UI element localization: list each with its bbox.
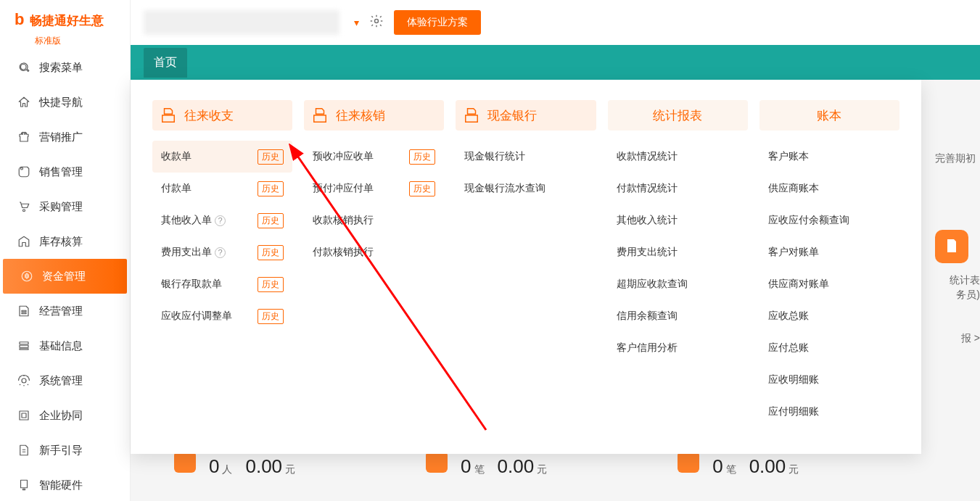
logo-text: 畅捷通好生意 xyxy=(30,12,104,29)
help-icon[interactable]: ? xyxy=(215,247,226,258)
menu-item[interactable]: 信用余额查询 xyxy=(608,300,748,332)
history-badge[interactable]: 历史 xyxy=(409,149,435,165)
menu-item-label: 银行存取款单 xyxy=(161,278,258,291)
menu-item[interactable]: 其他收入统计 xyxy=(608,204,748,236)
sidebar-item-guide[interactable]: 新手引导 xyxy=(0,433,130,468)
history-badge[interactable]: 历史 xyxy=(258,245,284,260)
column-title: 往来收支 xyxy=(184,107,234,124)
menu-item[interactable]: 应收总账 xyxy=(759,300,899,332)
menu-item[interactable]: 应收应付调整单历史 xyxy=(152,300,292,332)
menu-item-label: 应付总账 xyxy=(768,341,891,355)
column-header: 现金银行 xyxy=(456,100,596,131)
sidebar-item-gift[interactable]: 营销推广 xyxy=(0,120,130,154)
menu-item-label: 客户对账单 xyxy=(768,246,891,259)
history-badge[interactable]: 历史 xyxy=(258,309,284,324)
stat-money: 0.00 xyxy=(749,455,786,478)
mega-column: 现金银行现金银行统计现金银行流水查询 xyxy=(456,100,596,428)
sidebar-item-search[interactable]: 搜索菜单 xyxy=(0,50,130,85)
menu-item[interactable]: 收款单历史 xyxy=(152,141,292,173)
menu-item[interactable]: 超期应收款查询 xyxy=(608,268,748,300)
money-icon xyxy=(20,270,33,283)
gear-icon[interactable] xyxy=(369,14,384,31)
menu-item[interactable]: 应收明细账 xyxy=(759,364,899,396)
history-badge[interactable]: 历史 xyxy=(258,149,284,165)
sidebar-item-report[interactable]: 经营管理 xyxy=(0,294,130,328)
stats-row: 0人0.00元0笔0.00元0笔0.00元 xyxy=(174,451,951,478)
sidebar-item-sys[interactable]: 系统管理 xyxy=(0,363,130,398)
sidebar-item-cart[interactable]: 采购管理 xyxy=(0,189,130,224)
history-badge[interactable]: 历史 xyxy=(258,277,284,292)
history-badge[interactable]: 历史 xyxy=(258,181,284,196)
column-header: 往来收支 xyxy=(152,100,292,131)
stat-money-unit: 元 xyxy=(788,463,799,476)
tag-icon xyxy=(17,165,30,178)
menu-item[interactable]: 预收冲应收单历史 xyxy=(304,141,444,173)
menu-item[interactable]: 客户对账单 xyxy=(759,236,899,268)
menu-item[interactable]: 银行存取款单历史 xyxy=(152,268,292,300)
hint-report-1: 统计表 xyxy=(950,274,980,287)
sidebar-item-tag[interactable]: 销售管理 xyxy=(0,154,130,189)
menu-item-label: 付款情况统计 xyxy=(617,182,739,195)
doc-icon xyxy=(311,107,329,123)
app-logo: b 畅捷通好生意 xyxy=(0,0,130,35)
sidebar-item-device[interactable]: 智能硬件 xyxy=(0,468,130,501)
menu-item[interactable]: 供应商账本 xyxy=(759,173,899,204)
menu-item-label: 付款单 xyxy=(161,182,258,195)
doc-icon xyxy=(463,107,480,123)
menu-item[interactable]: 应收应付余额查询 xyxy=(759,204,899,236)
edition-badge: 标准版 xyxy=(0,35,130,50)
menu-item-label: 客户信用分析 xyxy=(617,341,739,355)
mega-column: 往来收支收款单历史付款单历史其他收入单?历史费用支出单?历史银行存取款单历史应收… xyxy=(152,100,292,428)
stat-count: 0 xyxy=(461,455,471,478)
menu-item[interactable]: 收款核销执行 xyxy=(304,204,444,236)
sidebar-item-label: 系统管理 xyxy=(39,374,83,388)
help-icon[interactable]: ? xyxy=(215,215,226,226)
menu-item-label: 费用支出单? xyxy=(161,246,258,259)
mega-column: 账本客户账本供应商账本应收应付余额查询客户对账单供应商对账单应收总账应付总账应收… xyxy=(759,100,899,428)
menu-item[interactable]: 付款核销执行 xyxy=(304,236,444,268)
menu-item[interactable]: 应付总账 xyxy=(759,332,899,364)
menu-item-label: 付款核销执行 xyxy=(313,246,435,259)
menu-item[interactable]: 应付明细账 xyxy=(759,396,899,428)
floating-action-button[interactable] xyxy=(935,230,968,263)
stat-money-unit: 元 xyxy=(285,463,295,476)
tab-home[interactable]: 首页 xyxy=(144,48,187,78)
sidebar-item-warehouse[interactable]: 库存核算 xyxy=(0,224,130,259)
menu-item[interactable]: 预付冲应付单历史 xyxy=(304,173,444,204)
menu-item[interactable]: 客户信用分析 xyxy=(608,332,748,364)
menu-item[interactable]: 供应商对账单 xyxy=(759,268,899,300)
sidebar-item-team[interactable]: 企业协同 xyxy=(0,398,130,433)
sidebar-item-label: 基础信息 xyxy=(39,339,83,353)
stat-money: 0.00 xyxy=(245,455,282,478)
menu-item[interactable]: 费用支出单?历史 xyxy=(152,236,292,268)
sidebar-item-label: 智能硬件 xyxy=(39,479,83,492)
menu-item[interactable]: 客户账本 xyxy=(759,141,899,173)
menu-item[interactable]: 现金银行统计 xyxy=(456,141,596,173)
stat-count-unit: 笔 xyxy=(474,463,485,476)
industry-plan-button[interactable]: 体验行业方案 xyxy=(394,10,481,35)
header-bar: ▾ 体验行业方案 xyxy=(131,0,980,45)
menu-item-label: 应收明细账 xyxy=(768,373,891,386)
org-selector[interactable] xyxy=(144,10,339,35)
hint-report-3[interactable]: 报 > xyxy=(961,332,980,345)
menu-item[interactable]: 付款单历史 xyxy=(152,173,292,204)
menu-item-label: 供应商对账单 xyxy=(768,278,891,291)
menu-item-label: 其他收入统计 xyxy=(617,214,739,227)
menu-item[interactable]: 其他收入单?历史 xyxy=(152,204,292,236)
history-badge[interactable]: 历史 xyxy=(258,213,284,228)
menu-item[interactable]: 收款情况统计 xyxy=(608,141,748,173)
sidebar-item-money[interactable]: 资金管理 xyxy=(3,259,127,294)
menu-item-label: 应收总账 xyxy=(768,310,891,323)
menu-item[interactable]: 费用支出统计 xyxy=(608,236,748,268)
sidebar-item-base[interactable]: 基础信息 xyxy=(0,328,130,363)
sidebar-item-home[interactable]: 快捷导航 xyxy=(0,85,130,120)
sidebar-item-label: 经营管理 xyxy=(39,305,83,318)
stat-icon xyxy=(426,451,448,473)
dropdown-icon[interactable]: ▾ xyxy=(354,17,359,28)
stat-money-unit: 元 xyxy=(537,463,547,476)
menu-item[interactable]: 付款情况统计 xyxy=(608,173,748,204)
menu-item-label: 客户账本 xyxy=(768,150,891,163)
menu-item[interactable]: 现金银行流水查询 xyxy=(456,173,596,204)
menu-item-label: 收款单 xyxy=(161,150,258,163)
history-badge[interactable]: 历史 xyxy=(409,181,435,196)
